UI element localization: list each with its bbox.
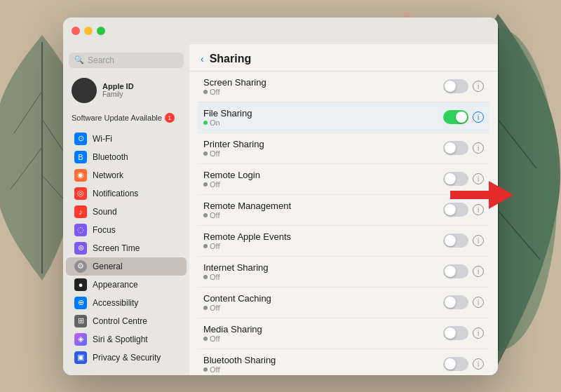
maximize-button[interactable] [97, 27, 105, 35]
sidebar-item-sound[interactable]: ♪Sound [66, 203, 187, 221]
sharing-row-content-caching: Content CachingOffi [198, 288, 489, 318]
info-btn-internet-sharing[interactable]: i [473, 266, 484, 277]
info-btn-bluetooth-sharing[interactable]: i [473, 358, 484, 370]
sharing-row-remote-login: Remote LoginOffi [198, 164, 489, 195]
sharing-row-screen-sharing: Screen SharingOffi [198, 72, 489, 102]
main-window: 🔍 Search Apple ID Family Software Update… [63, 18, 498, 375]
panel-title: Sharing [210, 53, 252, 65]
sidebar-label-privacy: Privacy & Security [93, 353, 161, 363]
user-name: Apple ID [102, 82, 134, 90]
accessibility-icon: ⊕ [74, 297, 87, 309]
sidebar-item-focus[interactable]: ◌Focus [66, 221, 187, 239]
row-title-remote-management: Remote Management [203, 201, 443, 211]
toggle-remote-apple-events[interactable] [443, 234, 468, 248]
row-title-printer-sharing: Printer Sharing [203, 139, 443, 149]
search-placeholder: Search [88, 55, 114, 65]
search-icon: 🔍 [74, 55, 84, 65]
status-text-content-caching: Off [210, 304, 219, 312]
sidebar-item-network[interactable]: ◉Network [66, 166, 187, 184]
toggle-media-sharing[interactable] [443, 326, 468, 340]
close-button[interactable] [72, 27, 80, 35]
sound-icon: ♪ [74, 205, 87, 218]
row-title-media-sharing: Media Sharing [203, 324, 443, 334]
toggle-content-caching[interactable] [443, 295, 468, 309]
status-dot-screen-sharing [203, 90, 208, 94]
status-text-printer-sharing: Off [210, 149, 219, 158]
status-dot-remote-management [203, 213, 208, 217]
general-icon: ⚙ [74, 260, 87, 273]
status-dot-remote-apple-events [203, 244, 208, 248]
sidebar-label-appearance: Appearance [93, 280, 138, 290]
sharing-row-media-sharing: Media SharingOffi [198, 318, 489, 349]
status-text-internet-sharing: Off [210, 273, 219, 281]
sharing-row-file-sharing: File SharingOni [198, 102, 489, 133]
toggle-printer-sharing[interactable] [443, 141, 468, 155]
info-btn-file-sharing[interactable]: i [473, 111, 484, 123]
status-dot-content-caching [203, 306, 208, 310]
toggle-internet-sharing[interactable] [443, 264, 468, 278]
sidebar-label-notifications: Notifications [93, 189, 138, 198]
software-update-label: Software Update Available [72, 114, 162, 122]
sidebar-label-focus: Focus [93, 225, 116, 235]
back-button[interactable]: ‹ [201, 53, 204, 65]
sidebar-label-sound: Sound [93, 207, 117, 217]
sidebar-label-bluetooth: Bluetooth [93, 152, 128, 162]
toggle-screen-sharing[interactable] [443, 79, 468, 93]
sidebar-item-controlcentre[interactable]: ⊞Control Centre [66, 312, 187, 330]
sidebar-label-controlcentre: Control Centre [93, 316, 147, 326]
status-dot-file-sharing [203, 121, 208, 125]
siri-icon: ◈ [74, 333, 87, 346]
info-btn-media-sharing[interactable]: i [473, 327, 484, 339]
focus-icon: ◌ [74, 224, 87, 236]
sidebar-item-siri[interactable]: ◈Siri & Spotlight [66, 330, 187, 349]
minimize-button[interactable] [84, 27, 93, 35]
info-btn-content-caching[interactable]: i [473, 297, 484, 308]
sidebar-label-wifi: Wi-Fi [93, 134, 112, 144]
sidebar-item-notifications[interactable]: ◎Notifications [66, 184, 187, 203]
user-info: Apple ID Family [102, 82, 134, 98]
sidebar-item-accessibility[interactable]: ⊕Accessibility [66, 294, 187, 312]
content-area: 🔍 Search Apple ID Family Software Update… [63, 44, 498, 375]
info-btn-remote-apple-events[interactable]: i [473, 235, 484, 246]
sharing-row-remote-management: Remote ManagementOffi [198, 195, 489, 226]
bluetooth-icon: B [74, 151, 87, 163]
privacy-icon: ▣ [74, 351, 87, 364]
status-text-bluetooth-sharing: Off [210, 365, 219, 374]
user-profile[interactable]: Apple ID Family [63, 74, 189, 107]
traffic-lights [72, 27, 105, 35]
status-text-remote-apple-events: Off [210, 242, 219, 250]
row-title-content-caching: Content Caching [203, 293, 443, 304]
row-title-internet-sharing: Internet Sharing [203, 262, 443, 273]
toggle-file-sharing[interactable] [443, 110, 468, 124]
appearance-icon: ● [74, 278, 87, 291]
status-text-remote-management: Off [210, 211, 219, 219]
sidebar-item-privacy[interactable]: ▣Privacy & Security [66, 349, 187, 367]
sidebar-label-screentime: Screen Time [93, 243, 140, 253]
search-bar[interactable]: 🔍 Search [69, 53, 184, 68]
row-title-file-sharing: File Sharing [203, 108, 443, 119]
row-title-remote-login: Remote Login [203, 170, 443, 180]
sidebar-item-wifi[interactable]: ⊙Wi-Fi [66, 130, 187, 148]
status-text-remote-login: Off [210, 180, 219, 189]
wifi-icon: ⊙ [74, 133, 87, 145]
svg-marker-10 [450, 181, 513, 209]
sidebar-item-screentime[interactable]: ⊛Screen Time [66, 239, 187, 257]
sidebar-item-bluetooth[interactable]: BBluetooth [66, 148, 187, 166]
status-dot-internet-sharing [203, 275, 208, 279]
sidebar-item-appearance[interactable]: ●Appearance [66, 276, 187, 294]
status-dot-printer-sharing [203, 151, 208, 156]
toggle-bluetooth-sharing[interactable] [443, 357, 468, 371]
panel-header: ‹ Sharing [189, 44, 498, 72]
status-dot-bluetooth-sharing [203, 367, 208, 372]
sidebar-label-network: Network [93, 170, 123, 180]
software-update[interactable]: Software Update Available 1 [63, 110, 189, 126]
sharing-row-remote-apple-events: Remote Apple EventsOffi [198, 226, 489, 257]
sidebar-item-general[interactable]: ⚙General [66, 257, 187, 276]
sidebar-label-accessibility: Accessibility [93, 298, 138, 308]
sidebar-label-siri: Siri & Spotlight [93, 334, 148, 344]
sharing-row-bluetooth-sharing: Bluetooth SharingOffi [198, 349, 489, 375]
sidebar-label-general: General [93, 262, 123, 271]
info-btn-printer-sharing[interactable]: i [473, 142, 484, 154]
status-text-file-sharing: On [210, 119, 220, 127]
info-btn-screen-sharing[interactable]: i [473, 81, 484, 92]
